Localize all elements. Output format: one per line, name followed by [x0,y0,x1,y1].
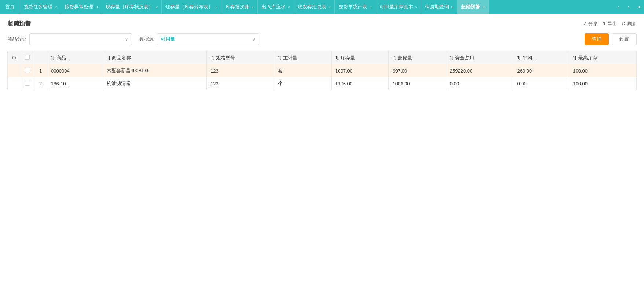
nav-arrows: ‹ › × [613,0,644,14]
row-settings-cell [8,77,21,90]
data-table: ⚙ ⇅ 商品... ⇅ 商品名称 ⇅ 规格型号 [7,51,637,90]
row-unit: 个 [274,77,331,90]
row-unit: 套 [274,64,331,77]
row-avg: 260.00 [513,64,569,77]
header-actions: ↗ 分享 ⬆ 导出 ↺ 刷新 [583,21,637,27]
row-product-name: 六配套新昌490BPG [103,64,206,77]
row-max-stock: 100.00 [569,64,637,77]
close-icon[interactable]: × [451,5,453,9]
close-icon[interactable]: × [215,5,217,9]
nav-tab------[interactable]: 库存批次账× [222,0,258,14]
nav-tab-------[interactable]: 要货单统计表× [335,0,376,14]
page-content: 超储预警 ↗ 分享 ⬆ 导出 ↺ 刷新 商品分类 ∨ 数据源 [0,14,644,293]
refresh-button[interactable]: ↺ 刷新 [622,21,637,27]
page-title: 超储预警 [7,20,31,27]
th-index [34,51,47,64]
nav-home[interactable]: 首页 [0,0,20,14]
nav-close-button[interactable]: × [634,0,644,14]
close-icon[interactable]: × [482,5,484,9]
page-header: 超储预警 ↗ 分享 ⬆ 导出 ↺ 刷新 [7,20,637,27]
row-index: 2 [34,77,47,90]
row-checkbox-cell [21,64,34,77]
th-product-code[interactable]: ⇅ 商品... [47,51,103,64]
row-product-code: 186-10... [47,77,103,90]
query-button[interactable]: 查询 [585,33,609,45]
nav-tab-----------[interactable]: 现存量（库存分布表）× [162,0,222,14]
row-stock: 1106.00 [332,77,389,90]
filter-row: 商品分类 ∨ 数据源 可用量 ∨ 查询 设置 [7,33,637,45]
category-label: 商品分类 [7,36,26,42]
row-product-code: 0000004 [47,64,103,77]
refresh-icon: ↺ [622,21,626,26]
datasource-select[interactable]: 可用量 ∨ [157,33,259,45]
row-checkbox-cell [21,77,34,90]
th-product-name[interactable]: ⇅ 商品名称 [103,51,206,64]
row-product-name: 机油滤清器 [103,77,206,90]
row-settings-cell [8,64,21,77]
row-spec: 123 [207,77,274,90]
datasource-filter: 数据源 可用量 ∨ [139,33,259,45]
datasource-label: 数据源 [139,36,154,42]
row-stock: 1097.00 [332,64,389,77]
table-row: 1 0000004 六配套新昌490BPG 123 套 1097.00 997.… [8,64,637,77]
th-spec[interactable]: ⇅ 规格型号 [207,51,274,64]
share-button[interactable]: ↗ 分享 [583,21,598,27]
close-icon[interactable]: × [329,5,331,9]
nav-tab-----------[interactable]: 现存量（库存状况表）× [102,0,162,14]
table-body: 1 0000004 六配套新昌490BPG 123 套 1097.00 997.… [8,64,637,90]
row-avg: 0.00 [513,77,569,90]
table-header: ⚙ ⇅ 商品... ⇅ 商品名称 ⇅ 规格型号 [8,51,637,64]
table-row: 2 186-10... 机油滤清器 123 个 1106.00 1006.00 … [8,77,637,90]
nav-tab-------[interactable]: 拣货任务管理× [20,0,61,14]
nav-tab-------[interactable]: 拣货异常处理× [61,0,102,14]
share-icon: ↗ [583,21,587,26]
row-overstock: 997.00 [389,64,446,77]
close-icon[interactable]: × [415,5,417,9]
export-button[interactable]: ⬆ 导出 [602,21,617,27]
row-capital: 0.00 [446,77,513,90]
nav-tab-----[interactable]: 超储预警× [457,0,489,14]
close-icon[interactable]: × [95,5,98,9]
nav-prev-button[interactable]: ‹ [613,0,623,14]
export-icon: ⬆ [602,21,606,26]
nav-tab--------[interactable]: 可用量库存账本× [376,0,421,14]
close-icon[interactable]: × [369,5,372,9]
datasource-chevron-icon: ∨ [252,37,255,42]
filter-actions: 查询 设置 [585,33,637,45]
close-icon[interactable]: × [288,5,290,9]
th-max-stock: ⇅ 最高库存 [569,51,637,64]
close-icon[interactable]: × [55,5,57,9]
nav-tab-------[interactable]: 收发存汇总表× [294,0,335,14]
th-capital[interactable]: ⇅ 资金占用 [446,51,513,64]
settings-gear-icon[interactable]: ⚙ [11,55,17,61]
nav-tab------[interactable]: 出入库流水× [258,0,294,14]
datasource-select-value: 可用量 [161,36,175,42]
select-all-checkbox[interactable] [25,55,30,60]
row-spec: 123 [207,64,274,77]
settings-button[interactable]: 设置 [612,33,637,45]
row-checkbox[interactable] [25,81,30,86]
close-icon[interactable]: × [155,5,158,9]
th-checkbox [21,51,34,64]
chevron-down-icon: ∨ [125,37,128,42]
th-unit[interactable]: ⇅ 主计量 [274,51,331,64]
row-overstock: 1006.00 [389,77,446,90]
th-settings: ⚙ [8,51,21,64]
row-max-stock: 100.00 [569,77,637,90]
top-nav: 首页 拣货任务管理×拣货异常处理×现存量（库存状况表）×现存量（库存分布表）×库… [0,0,644,14]
nav-tab------[interactable]: 保质期查询× [421,0,457,14]
th-stock[interactable]: ⇅ 库存量 [332,51,389,64]
nav-next-button[interactable]: › [623,0,634,14]
close-icon[interactable]: × [252,5,254,9]
th-avg[interactable]: ⇅ 平均... [513,51,569,64]
row-checkbox[interactable] [25,68,30,73]
row-capital: 259220.00 [446,64,513,77]
category-filter: 商品分类 ∨ [7,33,132,45]
th-overstock[interactable]: ⇅ 超储量 [389,51,446,64]
row-index: 1 [34,64,47,77]
category-select[interactable]: ∨ [29,33,132,45]
